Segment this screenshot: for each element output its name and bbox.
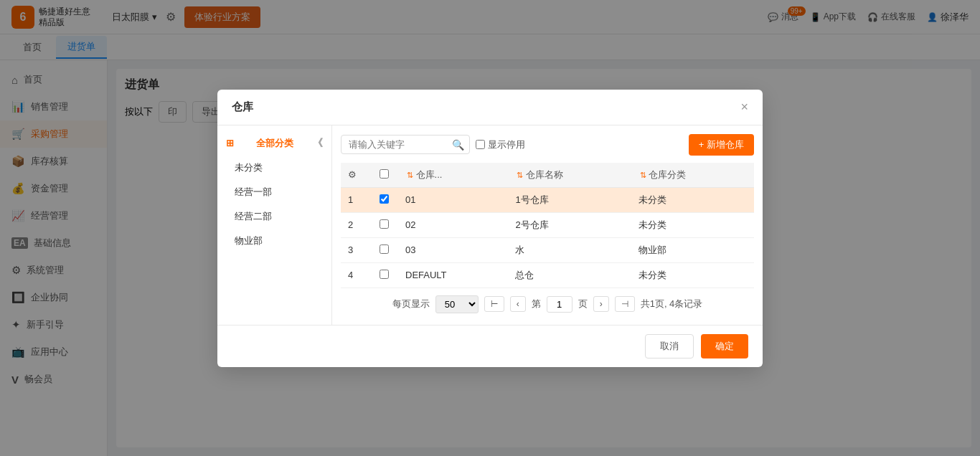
sort-icon-name: ⇅ (517, 171, 523, 179)
row-checkbox-2[interactable] (369, 212, 398, 237)
category-item-dept1[interactable]: 经营一部 (217, 180, 331, 204)
warehouse-content-panel: 🔍 显示停用 + 新增仓库 (332, 125, 763, 325)
cancel-button[interactable]: 取消 (645, 334, 694, 358)
last-page-button[interactable]: ⊣ (615, 296, 635, 312)
page-suffix: 页 (578, 298, 588, 310)
collapse-button[interactable]: 《 (313, 137, 323, 150)
th-category: ⇅ 仓库分类 (631, 163, 754, 188)
row-checkbox-4[interactable] (369, 262, 398, 288)
per-page-label: 每页显示 (392, 298, 430, 310)
row-code-1: 01 (398, 187, 508, 212)
row-checkbox-3[interactable] (369, 237, 398, 262)
row-code-2: 02 (398, 212, 508, 237)
show-disabled-label[interactable]: 显示停用 (476, 138, 525, 151)
row-seq-3: 3 (341, 237, 369, 262)
sort-icon-category: ⇅ (640, 171, 646, 179)
row-name-1: 1号仓库 (508, 187, 631, 212)
table-row[interactable]: 1 01 1号仓库 未分类 (341, 187, 754, 212)
column-settings-icon[interactable]: ⚙ (348, 169, 357, 180)
add-warehouse-button[interactable]: + 新增仓库 (689, 134, 754, 156)
modal-close-button[interactable]: × (740, 100, 748, 115)
show-disabled-checkbox[interactable] (476, 140, 485, 149)
row-name-4: 总仓 (508, 262, 631, 288)
category-item-property[interactable]: 物业部 (217, 229, 331, 253)
th-name: ⇅ 仓库名称 (508, 163, 631, 188)
category-item-dept2[interactable]: 经营二部 (217, 204, 331, 229)
category-all-label: 全部分类 (256, 137, 293, 150)
grid-icon: ⊞ (226, 138, 234, 148)
th-settings: ⚙ (341, 163, 369, 188)
row-seq-4: 4 (341, 262, 369, 288)
row-seq-2: 2 (341, 212, 369, 237)
page-number-input[interactable] (547, 296, 573, 313)
first-page-button[interactable]: ⊢ (484, 296, 504, 312)
pagination: 每页显示 50 20 100 ⊢ ‹ 第 页 › ⊣ 共1页, 4条记录 (341, 288, 754, 316)
select-all-checkbox[interactable] (380, 169, 389, 179)
row-category-4: 未分类 (631, 262, 754, 288)
confirm-button[interactable]: 确定 (701, 334, 748, 358)
search-input[interactable] (341, 135, 470, 154)
table-row[interactable]: 3 03 水 物业部 (341, 237, 754, 262)
search-input-wrap: 🔍 (341, 135, 470, 154)
row-category-1: 未分类 (631, 187, 754, 212)
row-code-3: 03 (398, 237, 508, 262)
sort-icon-code: ⇅ (407, 171, 413, 179)
th-checkbox (369, 163, 398, 188)
modal-title: 仓库 (232, 100, 253, 114)
category-item-uncategorized[interactable]: 未分类 (217, 156, 331, 180)
modal-header: 仓库 × (217, 90, 763, 125)
modal-footer: 取消 确定 (217, 325, 763, 367)
table-header-row: ⚙ ⇅ 仓库... ⇅ (341, 163, 754, 188)
page-label: 第 (532, 298, 541, 310)
page-summary: 共1页, 4条记录 (641, 298, 703, 310)
row-seq-1: 1 (341, 187, 369, 212)
row-category-2: 未分类 (631, 212, 754, 237)
modal-body: ⊞ 全部分类 《 未分类 经营一部 经营二部 物业部 🔍 (217, 125, 763, 325)
category-panel: ⊞ 全部分类 《 未分类 经营一部 经营二部 物业部 (217, 125, 332, 325)
next-page-button[interactable]: › (593, 296, 609, 312)
warehouse-table-wrap: ⚙ ⇅ 仓库... ⇅ (341, 163, 754, 288)
modal-overlay: 仓库 × ⊞ 全部分类 《 未分类 经营一部 经营二部 物业部 (0, 0, 980, 456)
per-page-select[interactable]: 50 20 100 (435, 295, 479, 313)
row-category-3: 物业部 (631, 237, 754, 262)
warehouse-table: ⚙ ⇅ 仓库... ⇅ (341, 163, 754, 288)
table-row[interactable]: 2 02 2号仓库 未分类 (341, 212, 754, 237)
table-toolbar: 🔍 显示停用 + 新增仓库 (341, 134, 754, 156)
prev-page-button[interactable]: ‹ (510, 296, 526, 312)
search-box: 🔍 显示停用 (341, 135, 525, 154)
row-name-3: 水 (508, 237, 631, 262)
row-checkbox-1[interactable] (369, 187, 398, 212)
warehouse-modal: 仓库 × ⊞ 全部分类 《 未分类 经营一部 经营二部 物业部 (217, 90, 763, 367)
table-row[interactable]: 4 DEFAULT 总仓 未分类 (341, 262, 754, 288)
row-name-2: 2号仓库 (508, 212, 631, 237)
row-code-4: DEFAULT (398, 262, 508, 288)
category-all[interactable]: ⊞ 全部分类 《 (217, 131, 331, 156)
th-code: ⇅ 仓库... (398, 163, 508, 188)
search-icon[interactable]: 🔍 (452, 139, 464, 151)
